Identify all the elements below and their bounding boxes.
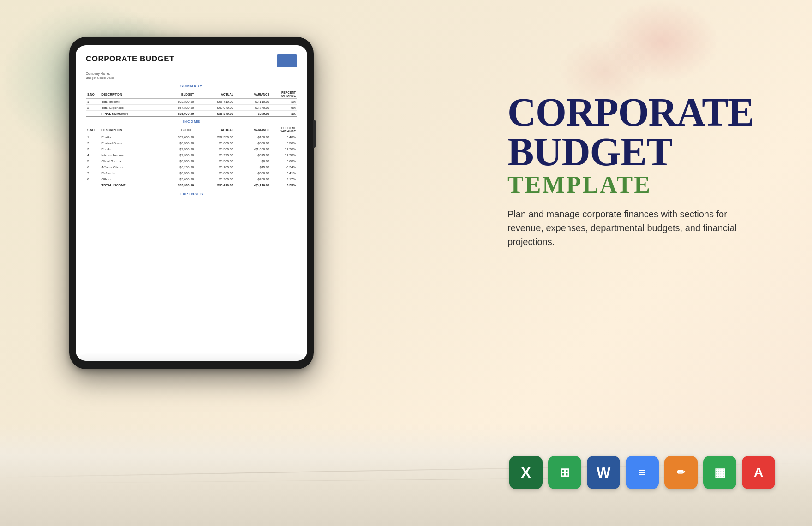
income-total-variance: -$3,110.00 — [235, 182, 271, 188]
expenses-section-header: EXPENSES — [86, 192, 297, 196]
table-row: 2 Total Expenses $57,330.00 $60,070.00 -… — [86, 105, 297, 111]
tablet-power-button — [313, 120, 316, 148]
table-row: 3 Funds $7,500.00 $8,500.00 -$1,000.00 1… — [86, 146, 297, 152]
summary-col-desc: DESCRIPTION — [100, 90, 156, 99]
google-docs-icon[interactable]: ≡ — [626, 456, 659, 489]
main-title-line1: CORPORATE — [508, 92, 775, 132]
description-text: Plan and manage corporate finances with … — [508, 207, 747, 249]
table-row: 2 Product Sales $8,500.00 $9,000.00 -$50… — [86, 140, 297, 146]
summary-col-percent: PERCENT VARIANCE — [271, 90, 297, 99]
tablet-reflection — [78, 353, 304, 369]
income-total-percent: 3.23% — [271, 182, 297, 188]
income-col-percent: PERCENT VARIANCE — [271, 126, 297, 134]
main-title-line2: BUDGET — [508, 132, 775, 172]
company-name-label: Company Name: — [86, 72, 297, 75]
income-total-actual: $96,410.00 — [195, 182, 234, 188]
spreadsheet: CORPORATE BUDGET Company Name: Budget No… — [76, 45, 307, 361]
table-row: 7 Referrals $8,500.00 $8,800.00 -$300.00… — [86, 170, 297, 176]
income-col-variance: VARIANCE — [235, 126, 271, 134]
summary-col-variance: VARIANCE — [235, 90, 271, 99]
sheet-header: CORPORATE BUDGET — [86, 54, 297, 67]
logo-box — [277, 54, 297, 67]
excel-icon[interactable]: X — [509, 456, 543, 489]
income-total-label: TOTAL INCOME — [100, 182, 156, 188]
right-panel: CORPORATE BUDGET TEMPLATE Plan and manag… — [508, 92, 775, 249]
tablet-screen: CORPORATE BUDGET Company Name: Budget No… — [76, 45, 307, 361]
summary-final-row: FINAL SUMMARY $35,970.00 $36,340.00 -$37… — [86, 111, 297, 117]
template-label: TEMPLATE — [508, 172, 775, 198]
table-row: 6 Affluent Clients $6,200.00 $6,185.00 $… — [86, 164, 297, 170]
pages-icon[interactable]: ✏ — [664, 456, 698, 489]
income-col-desc: DESCRIPTION — [100, 126, 156, 134]
income-col-actual: ACTUAL — [195, 126, 234, 134]
summary-final-actual: $36,340.00 — [195, 111, 234, 117]
sheet-meta: Company Name: Budget Noted Date: — [86, 72, 297, 79]
budget-date-label: Budget Noted Date: — [86, 76, 297, 79]
table-row: 1 Profits $37,800.00 $37,950.00 -$150.00… — [86, 134, 297, 140]
summary-section-header: SUMMARY — [86, 84, 297, 88]
table-row: 1 Total Income $93,300.00 $96,410.00 -$3… — [86, 99, 297, 105]
summary-final-percent: 1% — [271, 111, 297, 117]
income-total-row: TOTAL INCOME $93,300.00 $96,410.00 -$3,1… — [86, 182, 297, 188]
summary-final-variance: -$370.00 — [235, 111, 271, 117]
summary-final-budget: $35,970.00 — [156, 111, 195, 117]
summary-col-sno: S.NO — [86, 90, 100, 99]
numbers-icon[interactable]: ▦ — [703, 456, 736, 489]
income-col-sno: S.NO — [86, 126, 100, 134]
summary-col-budget: BUDGET — [156, 90, 195, 99]
pdf-icon[interactable]: A — [742, 456, 775, 489]
table-row: 8 Others $9,000.00 $9,200.00 -$200.00 2.… — [86, 176, 297, 182]
divider — [323, 92, 323, 480]
tablet: CORPORATE BUDGET Company Name: Budget No… — [69, 37, 314, 369]
income-col-budget: BUDGET — [156, 126, 195, 134]
google-sheets-icon[interactable]: ⊞ — [548, 456, 581, 489]
table-row: 5 Client Shares $8,500.00 $8,500.00 $0.0… — [86, 158, 297, 164]
income-table: S.NO DESCRIPTION BUDGET ACTUAL VARIANCE … — [86, 126, 297, 188]
income-section-header: INCOME — [86, 120, 297, 124]
summary-table: S.NO DESCRIPTION BUDGET ACTUAL VARIANCE … — [86, 90, 297, 117]
spreadsheet-title: CORPORATE BUDGET — [86, 54, 174, 64]
income-total-budget: $93,300.00 — [156, 182, 195, 188]
summary-final-label: FINAL SUMMARY — [100, 111, 156, 117]
word-icon[interactable]: W — [587, 456, 620, 489]
tablet-body: CORPORATE BUDGET Company Name: Budget No… — [69, 37, 314, 369]
summary-col-actual: ACTUAL — [195, 90, 234, 99]
table-row: 4 Interest Income $7,300.00 $8,275.00 -$… — [86, 152, 297, 158]
app-icons-row: X ⊞ W ≡ ✏ ▦ A — [509, 456, 775, 489]
